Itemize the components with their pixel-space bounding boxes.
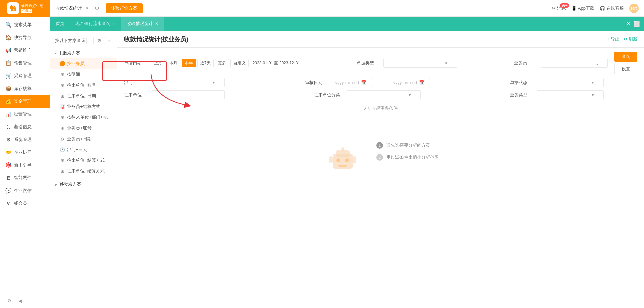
topbar-dropdown-arrow[interactable]: ▾ bbox=[86, 6, 88, 11]
search-icon: 🔍 bbox=[5, 22, 11, 28]
filter-row-1: 单据日期 上月 本月 本年 近7天 更多 自定义 2023-01-01 至 20… bbox=[124, 52, 637, 74]
marketing-icon: 📢 bbox=[5, 47, 11, 53]
topbar-right: ✉ 消息 99+ 📱 App下载 🎧 在线客服 Rit bbox=[552, 4, 639, 13]
page-title: 收款情况统计(按业务员) bbox=[124, 35, 189, 43]
logo-text: 畅捷通好生意 标准版 bbox=[21, 3, 43, 13]
tabbar-actions: ✕ ⬜ bbox=[622, 17, 644, 31]
partner-category-label: 往来单位分类 bbox=[314, 92, 340, 98]
date-btn-thisyear[interactable]: 本年 bbox=[182, 59, 196, 67]
tab-home[interactable]: 首页 bbox=[50, 17, 70, 31]
sidebar-item-inventory[interactable]: 📦 库存核算 bbox=[0, 82, 50, 95]
date-btn-7days[interactable]: 近7天 bbox=[197, 59, 214, 67]
tree-item-partner-settle1[interactable]: ⊞ 往来单位+结算方式 bbox=[50, 155, 117, 166]
sidebar-item-wechat[interactable]: 💬 企业微信 bbox=[0, 184, 50, 197]
sidebar-item-search[interactable]: 🔍 搜索菜单 bbox=[0, 18, 50, 31]
topbar-title: 收款情况统计 bbox=[56, 5, 82, 11]
sidebar-item-operations[interactable]: 📊 经营管理 bbox=[0, 108, 50, 120]
date-range-text: 2023-01-01 至 2023-12-31 bbox=[253, 60, 300, 66]
sidebar-item-system[interactable]: ⚙ 系统管理 bbox=[0, 133, 50, 146]
partner-settle2-icon: ⊞ bbox=[60, 168, 65, 174]
sidebar-item-sales[interactable]: 📋 销售管理 bbox=[0, 57, 50, 69]
review-date-to[interactable]: yyyy-mm-dd 📅 bbox=[390, 78, 430, 87]
sidebar-item-basicinfo[interactable]: 🗂 基础信息 bbox=[0, 120, 50, 133]
message-button[interactable]: ✉ 消息 99+ bbox=[552, 5, 566, 11]
doc-type-select[interactable]: ▾ bbox=[383, 59, 457, 68]
add-scheme-button[interactable]: + bbox=[86, 37, 94, 44]
empty-text: 1 请先选择要分析的方案 2 用过滤条件来缩小分析范围 bbox=[376, 139, 439, 166]
sidebar-item-newguide[interactable]: 🎯 新手引导 bbox=[0, 159, 50, 171]
salesperson-arrow-icon: ... bbox=[594, 61, 598, 66]
detail-icon: ⊞ bbox=[60, 72, 65, 77]
sidebar-item-enterprise[interactable]: 🤝 企业协同 bbox=[0, 146, 50, 159]
desktop-section-header[interactable]: ▾ 电脑端方案 bbox=[50, 48, 117, 58]
online-service-button[interactable]: 🎧 在线客服 bbox=[600, 5, 624, 11]
date-btn-lastmonth[interactable]: 上月 bbox=[151, 59, 165, 67]
collapse-panel-button[interactable]: « bbox=[105, 37, 112, 44]
scheme-gear-button[interactable]: ⚙ bbox=[96, 37, 103, 44]
tab-bank-close[interactable]: ✕ bbox=[112, 21, 116, 26]
sidebar-item-quicknav[interactable]: 🏠 快捷导航 bbox=[0, 31, 50, 44]
setting-button[interactable]: 设置 bbox=[614, 64, 637, 74]
date-btn-more[interactable]: 更多 bbox=[215, 59, 229, 67]
sidebar-item-vip[interactable]: V 畅会员 bbox=[0, 197, 50, 210]
wechat-icon: 💬 bbox=[5, 188, 11, 194]
sidebar-item-purchase[interactable]: 🛒 采购管理 bbox=[0, 69, 50, 82]
svg-point-3 bbox=[336, 158, 340, 162]
tree-item-partner-dept[interactable]: ⊞ 按往来单位+部门+收... bbox=[50, 112, 117, 123]
export-button[interactable]: ↑ 导出 bbox=[607, 36, 620, 42]
mobile-section-header[interactable]: ▶ 移动端方案 bbox=[50, 179, 117, 189]
sidebar-footer: ⚙ ◀ bbox=[0, 293, 50, 308]
query-button[interactable]: 查询 bbox=[614, 52, 637, 62]
sidebar-item-hardware[interactable]: 🖥 智能硬件 bbox=[0, 171, 50, 184]
tab-receipt-close[interactable]: ✕ bbox=[155, 21, 158, 26]
sidebar-item-capital[interactable]: 💰 资金管理 bbox=[0, 95, 50, 108]
refresh-button[interactable]: ↻ 刷新 bbox=[624, 36, 637, 42]
user-avatar[interactable]: Rit bbox=[629, 4, 639, 13]
sidebar: 畅 畅捷通好生意 标准版 🔍 搜索菜单 🏠 快捷导航 📢 营销推广 📋 bbox=[0, 0, 50, 308]
tree-item-salesperson-settle[interactable]: 📊 业务员+结算方式 bbox=[50, 101, 117, 112]
doc-status-select[interactable]: ▾ bbox=[537, 78, 604, 87]
date-group: 上月 本月 本年 近7天 更多 自定义 2023-01-01 至 2023-12… bbox=[151, 59, 300, 67]
svg-rect-7 bbox=[353, 156, 356, 163]
calendar-from-icon: 📅 bbox=[361, 80, 366, 85]
partner-category-arrow-icon: ▾ bbox=[409, 92, 411, 97]
salesperson-settle-icon: 📊 bbox=[60, 104, 65, 109]
salesperson-date-icon: ⚙ bbox=[60, 136, 65, 142]
tree-item-dept-date[interactable]: 🕐 部门+日期 bbox=[50, 144, 117, 155]
tree-item-partner-account[interactable]: ⊞ 往来单位+账号 bbox=[50, 80, 117, 91]
mobile-section-label: 移动端方案 bbox=[60, 181, 82, 187]
tree-item-salesperson-date[interactable]: ⚙ 业务员+日期 bbox=[50, 134, 117, 144]
tree-item-salesperson-account[interactable]: ⊞ 业务员+账号 bbox=[50, 123, 117, 134]
tab-bank[interactable]: 现金银行流水查询 ✕ bbox=[70, 17, 121, 31]
tree-item-partner-date[interactable]: ⊞ 往来单位+日期 bbox=[50, 91, 117, 101]
sidebar-item-marketing[interactable]: 📢 营销推广 bbox=[0, 44, 50, 57]
tree-item-by-salesperson[interactable]: 按业务员 bbox=[50, 58, 117, 69]
trial-button[interactable]: 体验行业方案 bbox=[106, 3, 143, 13]
collapse-sidebar-icon[interactable]: ◀ bbox=[16, 297, 24, 305]
tab-receipt[interactable]: 收款情况统计 ✕ bbox=[121, 17, 164, 31]
doc-type-arrow-icon: ▾ bbox=[445, 61, 447, 66]
dept-select[interactable]: ▾ bbox=[151, 78, 225, 87]
biz-type-select[interactable]: ▾ bbox=[537, 90, 604, 99]
enterprise-icon: 🤝 bbox=[5, 149, 11, 155]
partner-category-select[interactable]: ▾ bbox=[347, 90, 421, 99]
collapse-filter-button[interactable]: ∧∧ 收起更多条件 bbox=[124, 103, 637, 114]
tabbar: 首页 现金银行流水查询 ✕ 收款情况统计 ✕ ✕ ⬜ bbox=[50, 17, 644, 31]
date-btn-thismonth[interactable]: 本月 bbox=[166, 59, 180, 67]
maximize-icon[interactable]: ⬜ bbox=[633, 21, 640, 27]
app-download-button[interactable]: 📱 App下载 bbox=[571, 5, 594, 11]
refresh-icon: ↻ bbox=[624, 37, 627, 42]
salesperson-select[interactable]: ... bbox=[541, 59, 608, 68]
left-panel-header: 按以下方案查询 + ⚙ « bbox=[50, 34, 117, 47]
close-tab-icon[interactable]: ✕ bbox=[626, 21, 631, 27]
topbar-gear-icon[interactable]: ⚙ bbox=[92, 4, 102, 13]
inventory-icon: 📦 bbox=[5, 86, 11, 92]
partner-select[interactable]: ... bbox=[151, 90, 225, 99]
date-btn-custom[interactable]: 自定义 bbox=[230, 59, 249, 67]
tree-item-partner-settle2[interactable]: ⊞ 往来单位+结算方式 bbox=[50, 166, 117, 176]
step-1-num: 1 bbox=[376, 142, 383, 149]
settings-icon[interactable]: ⚙ bbox=[5, 297, 13, 305]
review-date-from[interactable]: yyyy-mm-dd 📅 bbox=[332, 78, 372, 87]
svg-point-4 bbox=[345, 158, 349, 162]
tree-item-by-detail[interactable]: ⊞ 按明细 bbox=[50, 69, 117, 80]
